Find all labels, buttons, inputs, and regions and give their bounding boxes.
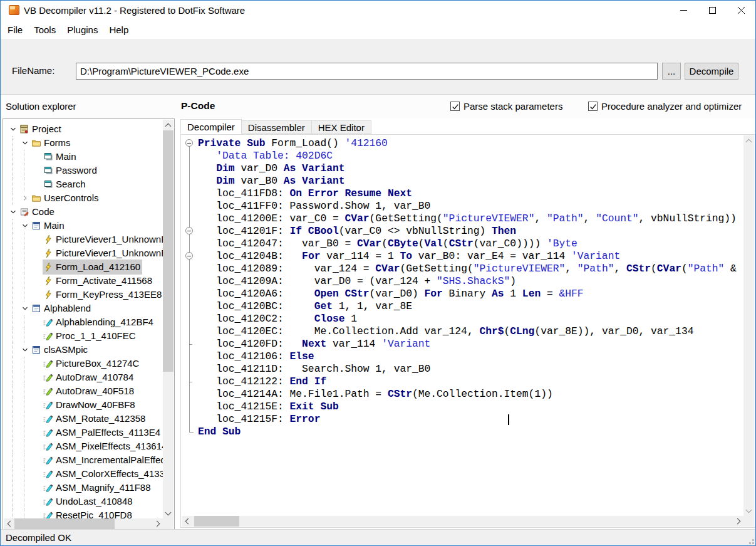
scrollbar-thumb[interactable]: [194, 516, 239, 527]
tree-item-main[interactable]: Main: [4, 219, 163, 233]
scroll-down-icon[interactable]: [743, 505, 754, 516]
tree-item-form_activate_411568[interactable]: Form_Activate_411568: [4, 274, 163, 288]
filename-input[interactable]: [76, 63, 658, 80]
tab-hex-editor[interactable]: HEX Editor: [311, 120, 371, 134]
chevron-expanded-icon[interactable]: [8, 207, 19, 217]
tree-item-alphablending_412bf4[interactable]: Alphablending_412BF4: [4, 315, 163, 329]
tree-item-asm_rotate_412358[interactable]: ASM_Rotate_412358: [4, 412, 163, 426]
code-line[interactable]: loc_41215E: Exit Sub: [182, 401, 743, 413]
maximize-button[interactable]: [698, 1, 727, 20]
code-line[interactable]: loc_4120C2: Close 1: [182, 313, 743, 325]
code-line[interactable]: loc_41201F: If CBool(var_C0 <> vbNullStr…: [182, 225, 743, 238]
code-line[interactable]: loc_4120EC: Me.Collection.Add var_124, C…: [182, 325, 743, 338]
chevron-expanded-icon[interactable]: [19, 345, 31, 355]
tree-item-pictureviever1_unknownev[interactable]: PictureViever1_UnknownEv: [4, 233, 163, 246]
code-line[interactable]: Dim var_B0 As Variant: [182, 175, 743, 187]
tree-item-main[interactable]: Main: [4, 150, 163, 164]
tree-item-picturebox_41274c[interactable]: PictureBox_41274C: [4, 357, 163, 370]
code-line[interactable]: loc_4120A6: Open CStr(var_D0) For Binary…: [182, 288, 743, 300]
fold-collapse-icon[interactable]: [182, 225, 198, 238]
scroll-left-icon[interactable]: [182, 516, 192, 527]
code-line[interactable]: 'Data Table: 402D6C: [182, 150, 743, 162]
menu-item-plugins[interactable]: Plugins: [61, 21, 103, 38]
code-line[interactable]: loc_4120FD: Next var_114 'Variant: [182, 338, 743, 350]
parse-stack-parameters-checkbox[interactable]: Parse stack parameters: [450, 101, 562, 112]
scroll-up-icon[interactable]: [163, 120, 173, 130]
menu-item-file[interactable]: File: [2, 21, 28, 38]
code-vscrollbar[interactable]: [743, 135, 754, 516]
scroll-up-icon[interactable]: [743, 135, 754, 146]
tree-item-drawnow_40fbf8[interactable]: DrawNow_40FBF8: [4, 398, 163, 412]
tree-item-usercontrols[interactable]: UserControls: [4, 191, 163, 205]
tree-item-asm_colorxeffects_41336[interactable]: ASM_ColorXEffects_41336: [4, 467, 163, 481]
tree-item-form_keypress_413ee8[interactable]: Form_KeyPress_413EE8: [4, 288, 163, 302]
code-text: loc_41215F: Error: [198, 413, 320, 426]
tab-decompiler[interactable]: Decompiler: [180, 119, 242, 134]
tree-item-project[interactable]: Project: [4, 122, 163, 136]
chevron-expanded-icon[interactable]: [19, 138, 31, 148]
code-line[interactable]: loc_412089: var_124 = CVar(GetSetting("P…: [182, 263, 743, 275]
tree-item-form_load_412160[interactable]: Form_Load_412160: [4, 260, 163, 274]
code-line[interactable]: Dim var_D0 As Variant: [182, 162, 743, 175]
procedure-analyzer-checkbox[interactable]: Procedure analyzer and optimizer: [588, 101, 742, 112]
tree-item-autodraw_410784[interactable]: AutoDraw_410784: [4, 370, 163, 384]
tree-item-alphablend[interactable]: Alphablend: [4, 302, 163, 315]
decompile-button[interactable]: Decompile: [685, 63, 738, 80]
browse-button[interactable]: ...: [662, 63, 681, 80]
tree-indent-spacer: [31, 469, 43, 479]
code-line[interactable]: loc_41209A: var_D0 = (var_124 + "SHS.Sha…: [182, 275, 743, 288]
tree-item-asm_paleffects_4113e4[interactable]: ASM_PalEffects_4113E4: [4, 426, 163, 439]
chevron-expanded-icon[interactable]: [8, 124, 19, 134]
code-line[interactable]: loc_41214A: Me.File1.Path = CStr(Me.Coll…: [182, 388, 743, 401]
chevron-collapsed-icon[interactable]: [19, 193, 31, 203]
scroll-right-icon[interactable]: [733, 516, 743, 527]
code-line[interactable]: loc_411FD8: On Error Resume Next: [182, 187, 743, 200]
tree-item-search[interactable]: Search: [4, 177, 163, 191]
resize-grip-icon[interactable]: [746, 536, 754, 544]
menu-item-tools[interactable]: Tools: [28, 21, 61, 38]
tree-entry: PictureBox_41274C: [43, 356, 141, 371]
tree-item-resetpic_410fd8[interactable]: ResetPic_410FD8: [4, 508, 163, 518]
code-hscrollbar[interactable]: [182, 516, 743, 527]
code-line[interactable]: loc_41215F: Error: [182, 413, 743, 426]
tree-item-autodraw_40f518[interactable]: AutoDraw_40F518: [4, 384, 163, 398]
code-line[interactable]: loc_41204B: For var_114 = 1 To var_B0: v…: [182, 250, 743, 263]
chevron-expanded-icon[interactable]: [19, 221, 31, 231]
code-editor[interactable]: Private Sub Form_Load() '412160 'Data Ta…: [180, 134, 755, 528]
code-line[interactable]: loc_412106: Else: [182, 350, 743, 363]
scroll-down-icon[interactable]: [163, 508, 173, 518]
tree-vscrollbar[interactable]: [163, 120, 173, 518]
tree-item-clsasmpic[interactable]: clsASMpic: [4, 343, 163, 357]
tree-hscrollbar[interactable]: [4, 518, 163, 529]
tree-item-code[interactable]: Code: [4, 205, 163, 219]
fold-collapse-icon[interactable]: [182, 137, 198, 150]
tab-disassembler[interactable]: Disassembler: [241, 120, 312, 134]
tree-item-asm_incrementalpaleffect[interactable]: ASM_IncrementalPalEffect: [4, 453, 163, 467]
tree-item-asm_pixeleffects_413614[interactable]: ASM_PixelEffects_413614: [4, 439, 163, 453]
chevron-expanded-icon[interactable]: [19, 303, 31, 313]
code-lines[interactable]: Private Sub Form_Load() '412160 'Data Ta…: [182, 135, 743, 516]
scroll-right-icon[interactable]: [152, 518, 163, 529]
title-bar[interactable]: VB Decompiler v11.2 - Registered to DotF…: [1, 1, 755, 20]
tree-item-pictureviever1_unknownev[interactable]: PictureViever1_UnknownEv: [4, 246, 163, 260]
tree-item-forms[interactable]: Forms: [4, 136, 163, 150]
tree-item-proc_1_1_410fec[interactable]: Proc_1_1_410FEC: [4, 329, 163, 343]
fold-collapse-icon[interactable]: [182, 250, 198, 263]
menu-item-help[interactable]: Help: [103, 21, 134, 38]
tree-item-password[interactable]: Password: [4, 164, 163, 177]
scroll-left-icon[interactable]: [4, 518, 14, 529]
tree-item-asm_magnify_411f88[interactable]: ASM_Magnify_411F88: [4, 481, 163, 495]
scrollbar-thumb[interactable]: [163, 130, 173, 372]
tree-item-undolast_410848[interactable]: UndoLast_410848: [4, 495, 163, 508]
close-button[interactable]: [727, 1, 755, 20]
code-line[interactable]: loc_4120BC: Get 1, 1, var_8E: [182, 300, 743, 313]
code-line[interactable]: Private Sub Form_Load() '412160: [182, 137, 743, 150]
code-line[interactable]: loc_411FF0: Password.Show 1, var_B0: [182, 200, 743, 213]
minimize-button[interactable]: [669, 1, 698, 20]
code-line[interactable]: loc_412047: var_B0 = CVar(CByte(Val(CStr…: [182, 238, 743, 250]
code-line[interactable]: loc_41200E: var_C0 = CVar(GetSetting("Pi…: [182, 213, 743, 225]
code-line[interactable]: loc_412122: End If: [182, 375, 743, 388]
code-line[interactable]: End Sub: [182, 426, 743, 438]
scrollbar-thumb[interactable]: [14, 518, 115, 529]
code-line[interactable]: loc_41211D: Search.Show 1, var_B0: [182, 363, 743, 375]
